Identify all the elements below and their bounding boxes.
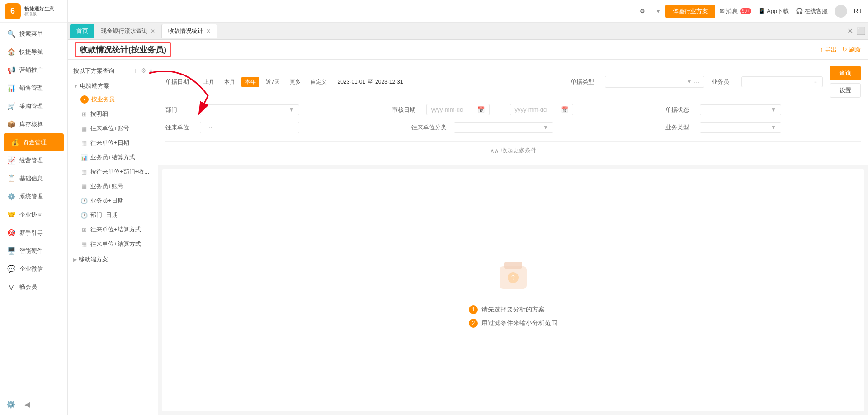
sidebar-item-purchase[interactable]: 🛒 采购管理 <box>0 97 67 115</box>
counterpart-label: 往来单位 <box>165 123 193 132</box>
tab-home[interactable]: 首页 <box>70 24 94 38</box>
review-date-end-input[interactable]: yyyy-mm-dd 📅 <box>510 104 573 115</box>
hardware-icon: 🖥️ <box>7 246 16 255</box>
page-header-actions: ↑ 导出 ↻ 刷新 <box>821 46 861 54</box>
sidebar-item-wechat[interactable]: 💬 企业微信 <box>0 260 67 278</box>
bill-type-select[interactable]: ▼ ··· <box>605 76 704 88</box>
grid-icon-2: ⊞ <box>80 226 88 233</box>
settings-bottom-icon[interactable]: ⚙️ <box>5 398 17 410</box>
counterpart-select[interactable]: ··· <box>200 122 299 133</box>
bill-status-dropdown-icon: ▼ <box>771 107 776 113</box>
user-name[interactable]: Rit <box>854 8 861 14</box>
salesman-select[interactable]: ··· <box>741 76 823 87</box>
date-btn-this-year[interactable]: 本年 <box>241 77 259 87</box>
sidebar: 6 畅捷通好生意 标准版 🔍 搜索菜单 🏠 快捷导航 📢 营销推广 📊 销售管理… <box>0 0 68 415</box>
bill-status-select[interactable]: ▼ <box>700 104 781 115</box>
trial-btn[interactable]: 体验行业方案 <box>665 5 715 18</box>
sidebar-item-operations[interactable]: 📈 经营管理 <box>0 151 67 170</box>
scheme-item-partner-payment-1[interactable]: ⊞ 往来单位+结算方式 <box>68 222 158 237</box>
counterpart-category-select[interactable]: ▼ <box>454 122 553 133</box>
window-close-icon[interactable]: ✕ <box>847 27 853 35</box>
dropdown-arrow-icon[interactable]: ▼ <box>656 8 661 14</box>
bill-type-more-icon[interactable]: ··· <box>694 78 699 85</box>
query-btn[interactable]: 查询 <box>830 66 861 80</box>
table-icon-2: ▦ <box>80 139 88 146</box>
tab-close-bank-flow[interactable]: ✕ <box>151 28 155 34</box>
business-type-select[interactable]: ▼ <box>700 122 781 133</box>
scheme-settings-btn[interactable]: ⚙ <box>141 67 146 75</box>
sidebar-item-basicinfo[interactable]: 📋 基础信息 <box>0 170 67 188</box>
counterpart-more-icon[interactable]: ··· <box>207 124 212 131</box>
tab-close-receipt-stats[interactable]: ✕ <box>206 28 211 34</box>
collapse-sidebar-icon[interactable]: ◀ <box>21 398 33 410</box>
topbar-icons: ✉ 消息 99+ 📱 App下载 🎧 在线客服 Rit <box>720 5 861 18</box>
chart-icon: 📊 <box>80 154 88 161</box>
sidebar-item-inventory[interactable]: 📦 库存核算 <box>0 115 67 133</box>
date-btn-last-month[interactable]: 上月 <box>200 77 218 87</box>
collapse-conditions-btn[interactable]: ∧∧ 收起更多条件 <box>165 141 861 159</box>
sidebar-item-collab[interactable]: 🤝 企业协同 <box>0 206 67 224</box>
app-download-area[interactable]: 📱 App下载 <box>758 7 789 15</box>
tab-bank-flow[interactable]: 现金银行流水查询 ✕ <box>94 24 161 38</box>
scheme-add-btn[interactable]: + <box>133 67 137 75</box>
scheme-item-partner-dept[interactable]: ▦ 按往来单位+部门+收... <box>68 165 158 179</box>
calendar-end-icon[interactable]: 📅 <box>561 106 568 113</box>
guide-icon: 🎯 <box>7 228 16 237</box>
page-header: 收款情况统计(按业务员) ↑ 导出 ↻ 刷新 <box>68 40 868 60</box>
scheme-item-partner-payment-2[interactable]: ▦ 往来单位+结算方式 <box>68 237 158 251</box>
scheme-mobile-expand-icon: ▶ <box>73 257 77 263</box>
sidebar-item-sales[interactable]: 📊 销售管理 <box>0 79 67 97</box>
date-btn-this-month[interactable]: 本月 <box>221 77 239 87</box>
wechat-icon: 💬 <box>7 264 16 274</box>
sidebar-item-quicknav[interactable]: 🏠 快捷导航 <box>0 43 67 61</box>
system-icon: ⚙️ <box>7 192 16 201</box>
refresh-btn[interactable]: ↻ 刷新 <box>842 46 861 54</box>
sales-icon: 📊 <box>7 84 16 93</box>
user-avatar[interactable] <box>835 5 847 18</box>
scheme-item-salesman-account[interactable]: ▦ 业务员+账号 <box>68 179 158 193</box>
date-btn-7days[interactable]: 近7天 <box>262 77 283 87</box>
dept-label: 部门 <box>165 106 193 114</box>
export-icon: ↑ <box>821 46 824 53</box>
scheme-item-partner-account[interactable]: ▦ 往来单位+账号 <box>68 121 158 136</box>
topbar: ⚙ ▼ 体验行业方案 ✉ 消息 99+ 📱 App下载 🎧 在线客服 Rit <box>68 0 868 23</box>
sidebar-item-search[interactable]: 🔍 搜索菜单 <box>0 25 67 43</box>
main-area: ⚙ ▼ 体验行业方案 ✉ 消息 99+ 📱 App下载 🎧 在线客服 Rit 首… <box>68 0 868 415</box>
date-btn-custom[interactable]: 自定义 <box>307 77 330 87</box>
sidebar-item-guide[interactable]: 🎯 新手引导 <box>0 224 67 242</box>
date-btn-more[interactable]: 更多 <box>286 77 304 87</box>
filter-row-2: 部门 ▼ 审核日期 yyyy-mm-dd 📅 — yyyy-mm-dd 📅 <box>165 104 861 115</box>
scheme-item-detail[interactable]: ⊞ 按明细 <box>68 107 158 121</box>
finance-icon: 💰 <box>10 138 19 147</box>
tab-receipt-stats[interactable]: 收款情况统计 ✕ <box>161 24 217 38</box>
scheme-item-dept-date[interactable]: 🕐 部门+日期 <box>68 208 158 222</box>
window-maximize-icon[interactable]: ⬜ <box>857 27 866 35</box>
basicinfo-icon: 📋 <box>7 174 16 183</box>
sidebar-item-system[interactable]: ⚙️ 系统管理 <box>0 188 67 206</box>
sidebar-item-hardware[interactable]: 🖥️ 智能硬件 <box>0 242 67 260</box>
scheme-item-salesman-date[interactable]: 🕐 业务员+日期 <box>68 193 158 208</box>
calendar-start-icon[interactable]: 📅 <box>477 106 485 113</box>
filter-row-3: 往来单位 ··· 往来单位分类 ▼ 业务类型 ▼ <box>165 122 861 133</box>
scheme-group-mobile-title[interactable]: ▶ 移动端方案 <box>68 253 158 266</box>
tip-num-1: 1 <box>469 305 478 314</box>
dept-select[interactable]: ▼ <box>200 104 299 115</box>
scheme-group-desktop-title[interactable]: ▼ 电脑端方案 <box>68 80 158 92</box>
export-btn[interactable]: ↑ 导出 <box>821 46 837 54</box>
scheme-item-partner-date[interactable]: ▦ 往来单位+日期 <box>68 136 158 150</box>
scheme-header-actions: + ⚙ « <box>133 67 152 75</box>
review-date-start-input[interactable]: yyyy-mm-dd 📅 <box>426 104 490 115</box>
scheme-item-salesman-payment[interactable]: 📊 业务员+结算方式 <box>68 150 158 165</box>
sidebar-item-marketing[interactable]: 📢 营销推广 <box>0 61 67 79</box>
logo-text: 畅捷通好生意 标准版 <box>24 5 54 17</box>
sidebar-item-member[interactable]: V 畅会员 <box>0 278 67 296</box>
scheme-item-by-salesman[interactable]: ● 按业务员 <box>68 92 158 107</box>
sidebar-nav: 🔍 搜索菜单 🏠 快捷导航 📢 营销推广 📊 销售管理 🛒 采购管理 📦 库存核… <box>0 23 67 393</box>
message-area[interactable]: ✉ 消息 99+ <box>720 7 751 15</box>
online-service-area[interactable]: 🎧 在线客服 <box>796 7 828 15</box>
filter-settings-btn[interactable]: 设置 <box>830 83 861 98</box>
sidebar-item-finance[interactable]: 💰 资金管理 <box>4 133 64 151</box>
scheme-collapse-btn[interactable]: « <box>149 67 152 75</box>
gear-settings-icon[interactable]: ⚙ <box>636 5 649 18</box>
salesman-dropdown-icon: ··· <box>813 79 818 85</box>
